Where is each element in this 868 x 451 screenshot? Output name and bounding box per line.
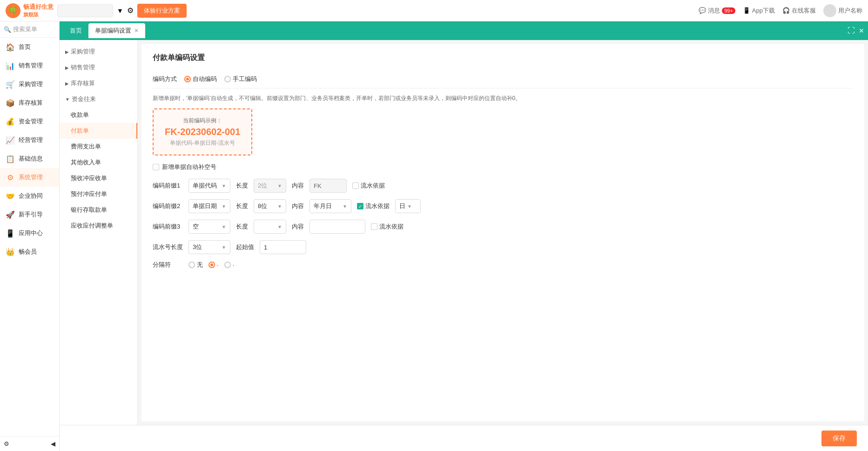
prefix2-label: 编码前缀2 bbox=[153, 202, 183, 210]
length2-select[interactable]: 8位 ▼ bbox=[254, 199, 286, 213]
serial3-checkbox[interactable] bbox=[371, 223, 377, 230]
settings-btn[interactable]: ⚙ bbox=[127, 6, 134, 15]
finance-icon: 💰 bbox=[6, 117, 15, 126]
left-nav-item-bank[interactable]: 银行存取款单 bbox=[60, 202, 137, 218]
sidebar-item-home[interactable]: 🏠 首页 bbox=[0, 38, 59, 56]
sidebar-item-membership[interactable]: 👑 畅会员 bbox=[0, 242, 59, 261]
left-nav-item-adjustment[interactable]: 应收应付调整单 bbox=[60, 218, 137, 234]
company-selector[interactable] bbox=[57, 4, 113, 17]
sidebar-item-apps[interactable]: 📱 应用中心 bbox=[0, 224, 59, 242]
content3-label: 内容 bbox=[292, 222, 304, 231]
manual-encode-radio[interactable]: 手工编码 bbox=[224, 75, 257, 83]
message-item[interactable]: 💬 消息 99+ bbox=[699, 7, 735, 15]
prefix2-select[interactable]: 单据日期 ▼ bbox=[188, 199, 230, 213]
encoding-method-label: 编码方式 bbox=[153, 75, 177, 83]
length1-select[interactable]: 2位 ▼ bbox=[254, 179, 286, 193]
serial1-checkbox[interactable] bbox=[352, 182, 359, 189]
left-nav-item-expense[interactable]: 费用支出单 bbox=[60, 139, 137, 155]
prefix1-select[interactable]: 单据代码 ▼ bbox=[188, 179, 230, 193]
start-value-label: 起始值 bbox=[236, 243, 254, 251]
left-nav-group-title-capital[interactable]: ▼ 资金往来 bbox=[60, 91, 137, 107]
tab-encode-settings[interactable]: 单据编码设置 ✕ bbox=[88, 23, 145, 38]
sidebar-item-inventory[interactable]: 📦 库存核算 bbox=[0, 94, 59, 112]
tab-home[interactable]: 首页 bbox=[63, 23, 88, 38]
tab-close-all-btn[interactable]: ✕ bbox=[859, 27, 864, 34]
user-profile[interactable]: 用户名称 bbox=[823, 4, 862, 17]
sidebar-item-enterprise[interactable]: 🤝 企业协同 bbox=[0, 187, 59, 205]
avatar bbox=[823, 4, 836, 17]
prefix1-label: 编码前缀1 bbox=[153, 182, 183, 190]
dropdown-btn[interactable]: ▼ bbox=[117, 7, 123, 14]
sidebar-item-guide[interactable]: 🚀 新手引导 bbox=[0, 205, 59, 224]
save-button[interactable]: 保存 bbox=[821, 431, 857, 446]
main-layout: 🔍 搜索菜单 🏠 首页 📊 销售管理 🛒 采购管理 📦 库存核算 💰 bbox=[0, 21, 868, 451]
sep-dot2-circle bbox=[224, 262, 231, 268]
day-select[interactable]: 日 ▼ bbox=[395, 199, 421, 213]
message-icon: 💬 bbox=[699, 7, 706, 14]
length3-select[interactable]: ▼ bbox=[254, 220, 286, 234]
separator-dot1-radio[interactable]: · bbox=[209, 262, 219, 269]
logo-text: 畅通好生意 旗舰版 bbox=[23, 3, 54, 18]
content1-label: 内容 bbox=[292, 182, 304, 190]
tab-close-icon[interactable]: ✕ bbox=[134, 27, 139, 34]
left-nav-group-sales: ▶ 销售管理 bbox=[60, 60, 137, 75]
sidebar-item-sales[interactable]: 📊 销售管理 bbox=[0, 56, 59, 75]
left-nav-item-other-income[interactable]: 其他收入单 bbox=[60, 155, 137, 170]
serial-length-label: 流水号长度 bbox=[153, 243, 183, 251]
separator-none-radio[interactable]: 无 bbox=[188, 261, 203, 269]
sidebar-item-purchase[interactable]: 🛒 采购管理 bbox=[0, 75, 59, 94]
length1-label: 长度 bbox=[236, 182, 248, 190]
sidebar-search[interactable]: 🔍 搜索菜单 bbox=[0, 21, 59, 38]
serial2-checkbox[interactable]: ✓ bbox=[357, 203, 363, 209]
sidebar-item-system[interactable]: ⚙ 系统管理 bbox=[0, 168, 59, 187]
sidebar-settings-icon[interactable]: ⚙ bbox=[4, 440, 9, 447]
serial1-label: 流水依据 bbox=[361, 182, 385, 190]
sidebar-item-basic[interactable]: 📋 基础信息 bbox=[0, 149, 59, 168]
content2-select[interactable]: 年月日 ▼ bbox=[310, 199, 351, 213]
auto-fill-checkbox[interactable] bbox=[153, 164, 159, 170]
separator-label: 分隔符 bbox=[153, 261, 183, 269]
sales-icon: 📊 bbox=[6, 61, 15, 70]
start-value-input[interactable]: 1 bbox=[260, 240, 306, 254]
code-preview-value: FK-20230602-001 bbox=[165, 127, 240, 137]
sidebar-nav: 🏠 首页 📊 销售管理 🛒 采购管理 📦 库存核算 💰 资金管理 📈 经 bbox=[0, 38, 59, 436]
bottom-bar: 保存 bbox=[60, 425, 868, 451]
auto-fill-label: 新增单据自动补空号 bbox=[162, 163, 216, 171]
top-bar: 🍀 畅通好生意 旗舰版 ▼ ⚙ 体验行业方案 💬 消息 99+ 📱 App下载 … bbox=[0, 0, 868, 21]
left-nav-group-title-sales[interactable]: ▶ 销售管理 bbox=[60, 60, 137, 75]
tab-expand-btn[interactable]: ⛶ bbox=[848, 27, 855, 35]
content3-input[interactable] bbox=[310, 220, 365, 234]
serial-row: 流水号长度 3位 ▼ 起始值 1 bbox=[153, 240, 853, 254]
main-panel: 付款单编码设置 编码方式 自动编码 手工编码 bbox=[141, 44, 864, 421]
left-nav-group-title-purchase[interactable]: ▶ 采购管理 bbox=[60, 44, 137, 60]
logo-area: 🍀 畅通好生意 旗舰版 bbox=[6, 3, 54, 18]
tab-bar-actions: ⛶ ✕ bbox=[848, 27, 864, 35]
guide-icon: 🚀 bbox=[6, 210, 15, 219]
separator-dot2-radio[interactable]: · bbox=[224, 262, 235, 269]
code-preview-sub: 单据代码-单据日期-流水号 bbox=[165, 139, 240, 147]
service-item[interactable]: 🎧 在线客服 bbox=[782, 7, 816, 15]
page-title: 付款单编码设置 bbox=[153, 53, 853, 63]
sidebar-item-operations[interactable]: 📈 经营管理 bbox=[0, 131, 59, 149]
chevron-down-icon: ▼ bbox=[65, 97, 70, 102]
left-nav-group-title-inventory[interactable]: ▶ 库存核算 bbox=[60, 75, 137, 91]
top-bar-right: 💬 消息 99+ 📱 App下载 🎧 在线客服 用户名称 bbox=[699, 4, 862, 17]
left-nav-item-payment[interactable]: 付款单 bbox=[60, 123, 137, 139]
sidebar-collapse-icon[interactable]: ◀ bbox=[51, 440, 55, 447]
left-nav-item-advance-offset[interactable]: 预付冲应付单 bbox=[60, 186, 137, 202]
inventory-icon: 📦 bbox=[6, 98, 15, 108]
auto-encode-radio[interactable]: 自动编码 bbox=[184, 75, 217, 83]
industry-btn[interactable]: 体验行业方案 bbox=[137, 4, 187, 18]
info-text: 新增单据时，'单据编码'自动生成，不可编辑。前缀设置为部门、业务员等档案类，开单… bbox=[153, 94, 853, 103]
sep-none-circle bbox=[188, 262, 195, 268]
serial-length-select[interactable]: 3位 ▼ bbox=[188, 240, 230, 254]
content2-label: 内容 bbox=[292, 202, 304, 210]
sidebar-bottom: ⚙ ◀ bbox=[0, 436, 59, 451]
app-download-item[interactable]: 📱 App下载 bbox=[743, 7, 775, 15]
length1-arrow: ▼ bbox=[277, 183, 282, 188]
left-nav-item-prepay-offset[interactable]: 预收冲应收单 bbox=[60, 170, 137, 186]
prefix3-select[interactable]: 空 ▼ bbox=[188, 220, 230, 234]
sidebar-item-finance[interactable]: 💰 资金管理 bbox=[0, 112, 59, 131]
content1-input: FK bbox=[310, 179, 347, 193]
left-nav-item-receipt[interactable]: 收款单 bbox=[60, 107, 137, 123]
